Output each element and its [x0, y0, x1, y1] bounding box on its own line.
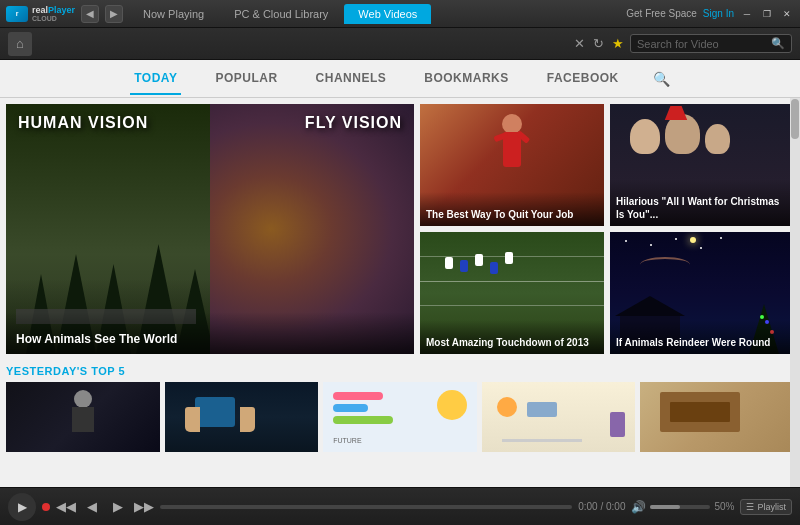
progress-bar[interactable] [160, 505, 572, 509]
yesterday-video-2[interactable] [165, 382, 319, 452]
toolbar: ⌂ ✕ ↻ ★ 🔍 [0, 28, 800, 60]
yesterday-title: YESTERDAY'S TOP 5 [6, 365, 794, 377]
volume-icon[interactable]: 🔊 [631, 500, 646, 514]
close-tab-icon[interactable]: ✕ [574, 36, 585, 51]
home-button[interactable]: ⌂ [8, 32, 32, 56]
volume-section: 🔊 50% [631, 500, 734, 514]
title-bar: r realPlayer CLOUD ◀ ▶ Now Playing PC & … [0, 0, 800, 28]
volume-bar[interactable] [650, 505, 710, 509]
minimize-button[interactable]: ─ [740, 7, 754, 21]
play-button[interactable]: ▶ [8, 493, 36, 521]
content-area: HUMAN VISION FLY VISION How Animals See … [0, 98, 800, 487]
side-video-caption-2: Hilarious "All I Want for Christmas Is Y… [610, 179, 794, 226]
tab-now-playing[interactable]: Now Playing [129, 4, 218, 24]
logo-text: realPlayer CLOUD [32, 6, 75, 22]
toolbar-icons: ✕ ↻ ★ [574, 36, 624, 51]
video-grid: HUMAN VISION FLY VISION How Animals See … [0, 98, 800, 360]
scrollbar[interactable] [790, 98, 800, 487]
playlist-button[interactable]: ☰ Playlist [740, 499, 792, 515]
side-video-caption-1: The Best Way To Quit Your Job [420, 192, 604, 226]
search-icon[interactable]: 🔍 [771, 37, 785, 50]
volume-percent: 50% [714, 501, 734, 512]
nav-tabs: TODAY POPULAR CHANNELS BOOKMARKS FACEBOO… [0, 60, 800, 98]
time-display: 0:00 / 0:00 [578, 501, 625, 512]
forward-button[interactable]: ▶ [105, 5, 123, 23]
restore-button[interactable]: ❐ [760, 7, 774, 21]
tab-bar: Now Playing PC & Cloud Library Web Video… [129, 4, 431, 24]
featured-label-human: HUMAN VISION [18, 114, 148, 132]
volume-fill [650, 505, 680, 509]
featured-title-top: HUMAN VISION FLY VISION [6, 104, 414, 142]
featured-label-fly: FLY VISION [305, 114, 402, 132]
nav-tab-channels[interactable]: CHANNELS [312, 63, 391, 95]
side-video-1[interactable]: The Best Way To Quit Your Job [420, 104, 604, 226]
side-video-3[interactable]: Most Amazing Touchdown of 2013 [420, 232, 604, 354]
record-indicator [42, 503, 50, 511]
bottom-controls: ▶ ◀◀ ◀ ▶ ▶▶ 0:00 / 0:00 🔊 50% ☰ Playlist [0, 487, 800, 525]
yesterday-video-3[interactable]: FUTURE [323, 382, 477, 452]
side-videos: The Best Way To Quit Your Job Hilarious … [420, 104, 794, 354]
back-button[interactable]: ◀ [81, 5, 99, 23]
app-logo: r realPlayer CLOUD [6, 6, 75, 22]
refresh-icon[interactable]: ↻ [593, 36, 604, 51]
get-free-space-link[interactable]: Get Free Space [626, 8, 697, 19]
sign-in-link[interactable]: Sign In [703, 8, 734, 19]
search-box[interactable]: 🔍 [630, 34, 792, 53]
yesterday-video-1[interactable] [6, 382, 160, 452]
title-bar-right: Get Free Space Sign In ─ ❐ ✕ [626, 7, 794, 21]
play-icon: ▶ [18, 500, 27, 514]
featured-caption: How Animals See The World [6, 312, 414, 354]
playlist-icon: ☰ [746, 502, 754, 512]
bookmark-icon[interactable]: ★ [612, 36, 624, 51]
logo-subtext: CLOUD [32, 15, 75, 22]
side-video-4[interactable]: If Animals Reindeer Were Round [610, 232, 794, 354]
title-bar-left: r realPlayer CLOUD ◀ ▶ Now Playing PC & … [6, 4, 431, 24]
nav-tab-today[interactable]: TODAY [130, 63, 181, 95]
skip-back-button[interactable]: ◀◀ [56, 499, 76, 514]
nav-tab-facebook[interactable]: FACEBOOK [543, 63, 623, 95]
yesterday-videos: FUTURE [6, 382, 794, 452]
playlist-label: Playlist [757, 502, 786, 512]
logo-icon: r [6, 6, 28, 22]
nav-search-icon[interactable]: 🔍 [653, 71, 670, 87]
yesterday-video-4[interactable] [482, 382, 636, 452]
yesterday-section: YESTERDAY'S TOP 5 [0, 360, 800, 456]
skip-forward-button[interactable]: ▶▶ [134, 499, 154, 514]
side-video-caption-3: Most Amazing Touchdown of 2013 [420, 320, 604, 354]
yesterday-video-5[interactable] [640, 382, 794, 452]
featured-caption-text: How Animals See The World [16, 332, 177, 346]
side-video-caption-4: If Animals Reindeer Were Round [610, 320, 794, 354]
featured-video[interactable]: HUMAN VISION FLY VISION How Animals See … [6, 104, 414, 354]
tab-pc-cloud[interactable]: PC & Cloud Library [220, 4, 342, 24]
search-input[interactable] [637, 38, 767, 50]
tab-web-videos[interactable]: Web Videos [344, 4, 431, 24]
nav-tab-popular[interactable]: POPULAR [211, 63, 281, 95]
scrollbar-thumb[interactable] [791, 99, 799, 139]
fast-forward-button[interactable]: ▶ [108, 499, 128, 514]
rewind-button[interactable]: ◀ [82, 499, 102, 514]
side-video-2[interactable]: Hilarious "All I Want for Christmas Is Y… [610, 104, 794, 226]
close-button[interactable]: ✕ [780, 7, 794, 21]
nav-tab-bookmarks[interactable]: BOOKMARKS [420, 63, 513, 95]
